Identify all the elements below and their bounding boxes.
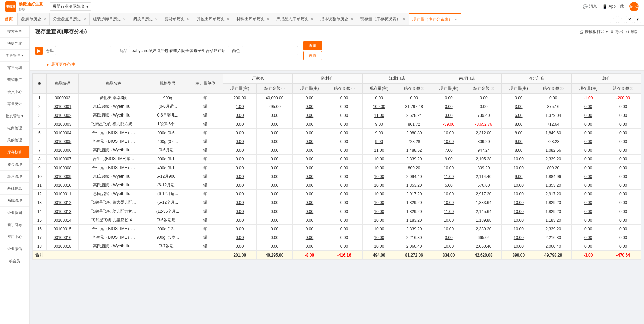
cell-chengguan-cur-row-2[interactable]: 0.00 xyxy=(292,102,326,111)
cell-factory-cur-row-8[interactable]: 0.00 xyxy=(223,155,257,164)
cell-jiangbei-cur-row-7[interactable]: 11.00 xyxy=(362,146,396,155)
cell-yubei-cur-row-7[interactable]: 8.00 xyxy=(502,146,535,155)
tab-close-transfer[interactable]: ✕ xyxy=(155,17,158,21)
tab-inventory_status[interactable]: 现存量（库存状况表）✕ xyxy=(357,13,409,26)
cell-chengguan-cur-row-15[interactable]: 0.00 xyxy=(292,216,326,225)
sidebar-item-ecommerce[interactable]: 电商管理 xyxy=(0,122,29,134)
cell-code-row-13[interactable]: 00100012 xyxy=(46,198,79,207)
cell-factory-cur-row-7[interactable]: 0.00 xyxy=(223,146,257,155)
cell-jiangbei-cur-row-17[interactable]: 10.00 xyxy=(362,233,396,242)
cell-factory-cur-row-5[interactable]: 0.00 xyxy=(223,129,257,137)
cell-total-cur-row-10[interactable]: 0.00 xyxy=(572,172,605,181)
sidebar-item-member_pro[interactable]: 畅会员 xyxy=(0,255,29,267)
cell-factory-cur-row-10[interactable]: 0.00 xyxy=(223,172,257,181)
cell-code-row-4[interactable]: 00100003 xyxy=(46,120,79,129)
cell-chengguan-cur-row-3[interactable]: 0.00 xyxy=(292,111,326,120)
cell-yubei-cur-row-11[interactable]: 10.00 xyxy=(502,181,535,190)
messages-btn[interactable]: 💬 消息 xyxy=(583,4,597,9)
cell-total-cur-row-12[interactable]: 0.00 xyxy=(572,190,605,198)
cell-chengguan-cur-row-10[interactable]: 0.00 xyxy=(292,172,326,181)
print-btn[interactable]: 🖨 按模板打印 ▾ xyxy=(579,29,608,35)
cell-yubei-cur-row-3[interactable]: 6.00 xyxy=(502,111,535,120)
cell-jiangbei-cur-row-14[interactable]: 10.00 xyxy=(362,207,396,216)
cell-code-row-12[interactable]: 00100011 xyxy=(46,190,79,198)
col-settings-icon[interactable]: ⚙ xyxy=(33,74,47,94)
cell-code-row-11[interactable]: 00100010 xyxy=(46,181,79,190)
sidebar-item-membership[interactable]: 会员中心 xyxy=(0,86,29,98)
tab-next-btn[interactable]: › xyxy=(618,16,625,23)
cell-factory-cur-row-4[interactable]: 0.00 xyxy=(223,120,257,129)
cell-yubei-cur-row-16[interactable]: 10.00 xyxy=(502,225,535,233)
cell-jiangbei-cur-row-8[interactable]: 10.00 xyxy=(362,155,396,164)
cell-chengguan-cur-row-8[interactable]: 0.00 xyxy=(292,155,326,164)
cell-jiangbei-cur-row-13[interactable]: 10.00 xyxy=(362,198,396,207)
refresh-btn[interactable]: ↺ 刷新 xyxy=(626,29,639,35)
cell-total-cur-row-4[interactable]: 0.00 xyxy=(572,120,605,129)
cell-code-row-8[interactable]: 00100007 xyxy=(46,155,79,164)
cell-code-row-16[interactable]: 00100015 xyxy=(46,225,79,233)
cell-code-row-9[interactable]: 00100008 xyxy=(46,164,79,172)
cell-chengguan-cur-row-7[interactable]: 0.00 xyxy=(292,146,326,155)
info-icon[interactable]: ⓘ xyxy=(630,87,633,90)
cell-chengguan-cur-row-16[interactable]: 0.00 xyxy=(292,225,326,233)
cell-jiangbei-cur-row-3[interactable]: 11.00 xyxy=(362,111,396,120)
cell-yubei-cur-row-2[interactable]: 3.00 xyxy=(502,102,535,111)
sidebar-item-system[interactable]: 系统管理 xyxy=(0,195,29,207)
cell-code-row-14[interactable]: 00100013 xyxy=(46,207,79,216)
cell-factory-cur-row-3[interactable]: 0.00 xyxy=(223,111,257,120)
tab-sub_inventory[interactable]: 分量盘点单历史✕ xyxy=(50,13,90,26)
sidebar-item-retail_mall[interactable]: 零售商城 xyxy=(0,62,29,74)
tab-menu-btn[interactable]: ▾ xyxy=(634,16,641,23)
cell-total-cur-row-16[interactable]: 0.00 xyxy=(572,225,605,233)
tab-close-order_history[interactable]: ✕ xyxy=(187,17,190,21)
color-input[interactable] xyxy=(241,46,298,55)
tab-close-product_in[interactable]: ✕ xyxy=(311,17,313,21)
cell-jiangbei-cur-row-4[interactable]: 9.00 xyxy=(362,120,396,129)
sidebar-item-basic_info[interactable]: 基础信息 xyxy=(0,183,29,195)
cell-nanan-cur-row-15[interactable]: 10.00 xyxy=(432,216,466,225)
tab-home[interactable]: 首页 xyxy=(0,13,18,26)
cell-factory-cur-row-13[interactable]: 0.00 xyxy=(223,198,257,207)
cell-factory-cur-row-12[interactable]: 0.00 xyxy=(223,190,257,198)
sidebar-item-retail_stats[interactable]: 零售统计 xyxy=(0,98,29,110)
cell-nanan-cur-row-14[interactable]: 11.00 xyxy=(432,207,466,216)
cell-nanan-cur-row-13[interactable]: 10.00 xyxy=(432,198,466,207)
orange-expand-btn[interactable]: ▶ xyxy=(35,47,43,55)
cell-factory-cur-row-9[interactable]: 0.00 xyxy=(223,164,257,172)
cell-factory-cur-row-18[interactable]: 0.00 xyxy=(223,242,257,251)
cell-chengguan-cur-row-5[interactable]: 0.00 xyxy=(292,129,326,137)
sidebar-item-new_guide[interactable]: 新手引导 xyxy=(0,219,29,231)
cell-code-row-5[interactable]: 00100004 xyxy=(46,129,79,137)
cell-jiangbei-cur-row-6[interactable]: 9.00 xyxy=(362,137,396,146)
tab-close-assemble_dismantle[interactable]: ✕ xyxy=(123,17,126,21)
cell-code-row-10[interactable]: 00100009 xyxy=(46,172,79,181)
cell-chengguan-cur-row-1[interactable]: 0.00 xyxy=(292,94,326,102)
cell-nanan-cur-row-18[interactable]: 10.00 xyxy=(432,242,466,251)
tab-close-inventory_dist[interactable]: ✕ xyxy=(454,18,457,21)
cell-factory-cur-row-11[interactable]: 0.00 xyxy=(223,181,257,190)
cell-code-row-7[interactable]: 00100006 xyxy=(46,146,79,155)
cell-jiangbei-cur-row-15[interactable]: 10.00 xyxy=(362,216,396,225)
cell-yubei-cur-row-5[interactable]: 8.00 xyxy=(502,129,535,137)
tab-close-sub_inventory[interactable]: ✕ xyxy=(83,17,86,21)
cell-yubei-cur-row-12[interactable]: 10.00 xyxy=(502,190,535,198)
cell-yubei-cur-row-13[interactable]: 10.00 xyxy=(502,198,535,207)
cell-code-row-1[interactable]: 0000003 xyxy=(46,94,79,102)
cell-factory-cur-row-17[interactable]: 0.00 xyxy=(223,233,257,242)
cell-chengguan-cur-row-6[interactable]: 0.00 xyxy=(292,137,326,146)
app-download-btn[interactable]: 📱 App下载 xyxy=(602,4,624,9)
cell-factory-cur-row-15[interactable]: 0.00 xyxy=(223,216,257,225)
sidebar-item-inventory_calc[interactable]: 库存核算 xyxy=(0,146,29,158)
user-avatar[interactable]: demo2 xyxy=(629,2,639,11)
search-btn[interactable]: 查询 xyxy=(303,41,322,50)
info-icon[interactable]: ⓘ xyxy=(421,87,424,90)
cell-code-row-17[interactable]: 00100016 xyxy=(46,233,79,242)
settings-btn[interactable]: 设置 xyxy=(303,51,322,60)
sidebar-item-search[interactable]: 搜索英单 xyxy=(0,26,29,38)
cell-chengguan-cur-row-9[interactable]: 0.00 xyxy=(292,164,326,172)
tab-close-inventory_single[interactable]: ✕ xyxy=(43,17,46,21)
cell-jiangbei-cur-row-9[interactable]: 10.00 xyxy=(362,164,396,172)
tab-order_history[interactable]: 要货单历史✕ xyxy=(161,13,193,26)
cell-jiangbei-cur-row-2[interactable]: 109.00 xyxy=(362,102,396,111)
cell-nanan-cur-row-8[interactable]: 9.00 xyxy=(432,155,466,164)
